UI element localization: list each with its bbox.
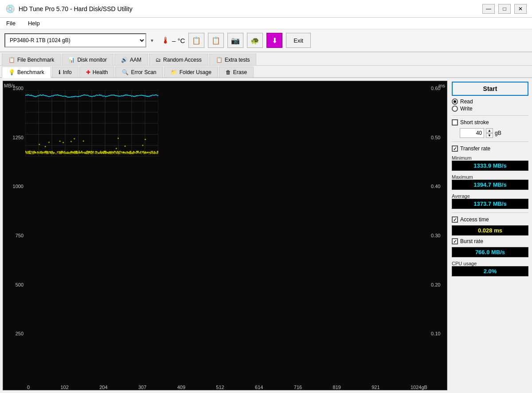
svg-point-43 [142, 145, 144, 146]
file-benchmark-label: File Benchmark [17, 57, 54, 63]
access-time-value: 0.028 ms [452, 225, 528, 236]
y-axis-right: 0.60 0.50 0.40 0.30 0.20 0.10 [429, 81, 447, 390]
minimize-button[interactable]: — [482, 4, 495, 14]
short-stroke-spinbox-row: 40 ▲ ▼ gB [460, 128, 528, 138]
copy-btn-2[interactable]: 📋 [208, 33, 224, 48]
disk-selector[interactable]: PP3480-R 1TB (1024 gB) [4, 33, 146, 47]
info-label: Info [63, 69, 72, 75]
dropdown-arrow: ▼ [150, 38, 154, 43]
tab-extra-tests[interactable]: 📋 Extra tests [209, 54, 257, 65]
svg-point-303 [63, 142, 64, 143]
menu-file[interactable]: File [4, 19, 18, 28]
temperature-display: 🌡 – °C [161, 35, 185, 46]
burst-rate-label: Burst rate [460, 238, 483, 244]
tab-info[interactable]: ℹ Info [52, 67, 78, 77]
exit-button[interactable]: Exit [286, 33, 311, 48]
extra-tests-label: Extra tests [225, 57, 250, 63]
transfer-rate-label: Transfer rate [460, 145, 490, 152]
burst-rate-checkbox[interactable]: ✓ Burst rate [452, 238, 528, 244]
close-button[interactable]: ✕ [514, 4, 527, 14]
svg-point-231 [30, 151, 31, 152]
write-radio-circle [452, 106, 458, 112]
svg-point-95 [83, 141, 84, 142]
cpu-usage-value: 2.0% [452, 266, 528, 276]
short-stroke-checkbox[interactable]: Short stroke [452, 119, 528, 126]
extra-tests-icon: 📋 [216, 57, 223, 63]
tab-random-access[interactable]: 🗂 Random Access [149, 54, 208, 65]
settings-btn[interactable]: 🐢 [247, 33, 263, 48]
transfer-rate-checkbox-box: ✓ [452, 145, 458, 152]
folder-usage-icon: 📁 [171, 69, 177, 75]
folder-usage-label: Folder Usage [180, 69, 211, 75]
read-label: Read [460, 98, 473, 105]
tab-error-scan[interactable]: 🔍 Error Scan [115, 67, 163, 77]
svg-point-102 [86, 151, 87, 152]
health-icon: ✚ [86, 69, 90, 75]
svg-point-126 [51, 151, 53, 152]
svg-point-186 [145, 139, 146, 140]
svg-point-19 [48, 141, 50, 143]
maximize-button[interactable]: □ [498, 4, 511, 14]
menu-bar: File Help [0, 18, 532, 29]
burst-rate-checkbox-box: ✓ [452, 238, 458, 244]
toolbar: PP3480-R 1TB (1024 gB) ▼ 🌡 – °C 📋 📋 📷 🐢 … [0, 29, 532, 52]
tab-health[interactable]: ✚ Health [79, 67, 115, 77]
access-time-label: Access time [460, 216, 489, 223]
short-stroke-label: Short stroke [460, 119, 489, 126]
svg-point-297 [91, 151, 93, 153]
tab-disk-monitor[interactable]: 📊 Disk monitor [62, 54, 113, 65]
tab-folder-usage[interactable]: 📁 Folder Usage [164, 67, 218, 77]
aam-icon: 🔊 [121, 57, 128, 63]
right-panel: Start Read Write Short stroke 40 ▲ ▼ gB [450, 78, 532, 393]
window-controls: — □ ✕ [482, 4, 527, 14]
benchmark-chart: MB/s ms 1500 1250 1000 750 500 250 0.60 … [3, 81, 447, 390]
disk-monitor-label: Disk monitor [77, 57, 107, 63]
svg-point-67 [117, 138, 119, 139]
main-content: MB/s ms 1500 1250 1000 750 500 250 0.60 … [0, 78, 532, 393]
camera-btn[interactable]: 📷 [227, 33, 243, 48]
window-title: HD Tune Pro 5.70 - Hard Disk/SSD Utility [19, 5, 482, 12]
short-stroke-input[interactable]: 40 [460, 128, 484, 138]
tab-benchmark[interactable]: 💡 Benchmark [2, 67, 51, 78]
erase-icon: 🗑 [226, 69, 231, 75]
svg-point-271 [151, 151, 152, 152]
y-axis-left: 1500 1250 1000 750 500 250 [3, 81, 25, 390]
tab-aam[interactable]: 🔊 AAM [114, 54, 148, 65]
average-section: Average 1373.7 MB/s [452, 193, 528, 209]
short-stroke-unit: gB [495, 130, 501, 136]
file-benchmark-icon: 📋 [8, 57, 15, 63]
copy-btn-1[interactable]: 📋 [188, 33, 204, 48]
start-button[interactable]: Start [452, 82, 528, 96]
aam-label: AAM [130, 57, 141, 63]
tab-file-benchmark[interactable]: 📋 File Benchmark [2, 54, 61, 65]
cpu-usage-label: CPU usage [452, 261, 528, 266]
disk-monitor-icon: 📊 [68, 57, 75, 63]
download-btn[interactable]: ⬇ [266, 33, 282, 48]
error-scan-label: Error Scan [131, 69, 156, 75]
access-time-checkbox[interactable]: ✓ Access time [452, 216, 528, 223]
read-write-group: Read Write [452, 98, 528, 112]
maximum-value: 1394.7 MB/s [452, 180, 528, 190]
access-time-checkbox-box: ✓ [452, 216, 458, 223]
tab-erase[interactable]: 🗑 Erase [219, 67, 254, 77]
menu-help[interactable]: Help [25, 19, 43, 28]
spinbox-up[interactable]: ▲ [486, 128, 493, 133]
svg-point-233 [95, 151, 96, 153]
svg-point-244 [100, 151, 102, 152]
spinbox-down[interactable]: ▼ [486, 133, 493, 138]
transfer-rate-checkbox[interactable]: ✓ Transfer rate [452, 145, 528, 152]
spinbox-buttons: ▲ ▼ [486, 128, 493, 138]
svg-point-273 [61, 151, 62, 152]
cpu-usage-section: CPU usage 2.0% [452, 260, 528, 276]
info-icon: ℹ [59, 69, 61, 75]
outer-tab-bar: 📋 File Benchmark 📊 Disk monitor 🔊 AAM 🗂 … [0, 52, 532, 66]
minimum-section: Minimum 1333.9 MB/s [452, 154, 528, 171]
title-bar: 💿 HD Tune Pro 5.70 - Hard Disk/SSD Utili… [0, 0, 532, 18]
read-radio[interactable]: Read [452, 98, 528, 105]
svg-point-24 [125, 145, 126, 147]
svg-point-221 [137, 151, 139, 152]
temperature-value: – °C [172, 37, 185, 44]
short-stroke-checkbox-box [452, 119, 458, 126]
write-radio[interactable]: Write [452, 106, 528, 112]
chart-svg [25, 90, 158, 157]
